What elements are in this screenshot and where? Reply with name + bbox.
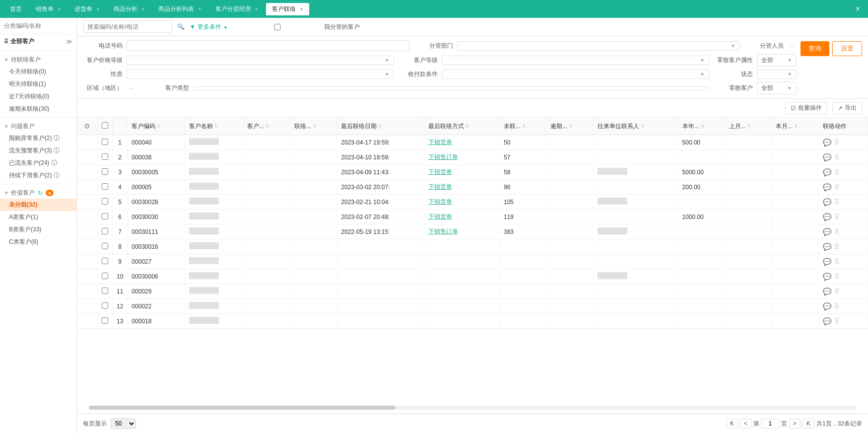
row-checkbox-1[interactable] — [102, 153, 108, 160]
row-checkbox-12[interactable] — [102, 317, 108, 324]
select-status[interactable]: ▼ — [757, 70, 797, 79]
row-apps-icon-10[interactable]: ⠿ — [834, 288, 839, 295]
row-apps-icon-12[interactable]: ⠿ — [834, 317, 839, 325]
row-checkbox-11[interactable] — [102, 302, 108, 309]
row-apps-icon-2[interactable]: ⠿ — [834, 168, 839, 176]
sidebar-item-churn-warning[interactable]: 流失预警客户(3) ⓘ — [0, 144, 76, 157]
row-checkbox-8[interactable] — [102, 258, 108, 264]
close-purchase-icon[interactable]: × — [96, 6, 99, 12]
sort-unit-icon[interactable]: ⇅ — [641, 124, 645, 129]
row-checkbox-9[interactable] — [102, 273, 108, 279]
close-customer-contact-icon[interactable]: × — [300, 6, 303, 12]
row-lastway-link-3[interactable]: 下销货单 — [428, 183, 452, 190]
select-dept[interactable]: ▼ — [457, 41, 740, 51]
select-level[interactable]: ▼ — [442, 56, 709, 65]
row-checkbox-4[interactable] — [102, 198, 108, 205]
row-apps-icon-9[interactable]: ⠿ — [834, 273, 839, 281]
row-lastway-link-5[interactable]: 下销货单 — [428, 213, 452, 220]
sort-overdue-icon[interactable]: ⇅ — [569, 124, 573, 129]
prev-page-btn[interactable]: < — [740, 419, 751, 429]
page-number-input[interactable] — [761, 419, 779, 429]
row-apps-icon-4[interactable]: ⠿ — [834, 198, 839, 206]
sort-lastdate-icon[interactable]: ⇅ — [378, 124, 382, 129]
region-dots-btn[interactable]: ··· — [127, 85, 135, 92]
batch-ops-btn[interactable]: ☑ 批量操作 — [785, 102, 827, 114]
row-apps-icon-8[interactable]: ⠿ — [834, 258, 839, 266]
row-checkbox-2[interactable] — [102, 168, 108, 175]
row-chat-icon-6[interactable]: 💬 — [823, 228, 831, 236]
manager-dots-btn[interactable]: ··· — [788, 42, 797, 49]
last-page-btn[interactable]: K — [802, 419, 814, 429]
row-checkbox-6[interactable] — [102, 228, 108, 234]
row-apps-icon-3[interactable]: ⠿ — [834, 183, 839, 191]
select-price-level[interactable]: ▼ — [127, 56, 394, 65]
row-chat-icon-8[interactable]: 💬 — [823, 258, 831, 266]
input-phone[interactable] — [127, 40, 409, 51]
sort-name-icon[interactable]: ⇅ — [214, 124, 218, 129]
nav-tab-analysis-list[interactable]: 商品分析列表 × — [152, 3, 207, 15]
row-apps-icon-7[interactable]: ⠿ — [834, 243, 839, 251]
row-chat-icon-3[interactable]: 💬 — [823, 183, 831, 191]
row-chat-icon-2[interactable]: 💬 — [823, 168, 831, 176]
select-retail-attr[interactable]: 全部 ▼ — [757, 54, 797, 67]
row-checkbox-0[interactable] — [102, 139, 108, 145]
sidebar-item-today[interactable]: 今天待联络(0) — [0, 66, 76, 78]
close-analysis-list-icon[interactable]: × — [198, 6, 201, 12]
sort-code-icon[interactable]: ⇅ — [157, 124, 161, 129]
sidebar-item-churned[interactable]: 已流失客户(24) ⓘ — [0, 157, 76, 169]
first-page-btn[interactable]: K — [726, 419, 738, 429]
sidebar-item-class-b[interactable]: B类客户(33) — [0, 223, 76, 236]
scrollbar-track[interactable] — [89, 406, 856, 410]
nav-tab-sales[interactable]: 销售单 × — [30, 3, 67, 15]
nav-tab-analysis[interactable]: 商品分析 × — [108, 3, 150, 15]
sort-lastway-icon[interactable]: ⇅ — [466, 124, 469, 129]
my-customers-checkbox[interactable] — [233, 24, 322, 30]
close-customer-mgmt-icon[interactable]: × — [255, 6, 258, 12]
close-sales-icon[interactable]: × — [58, 6, 61, 12]
reset-button[interactable]: 设置 — [832, 41, 862, 56]
all-customers-header[interactable]: ⠿ 全部客户 ≫ — [0, 34, 76, 49]
close-all-btn[interactable]: × — [852, 4, 864, 13]
nav-tab-home[interactable]: 首页 — [4, 3, 28, 15]
sidebar-item-tomorrow[interactable]: 明天待联络(1) — [0, 78, 76, 90]
search-input[interactable] — [83, 21, 172, 33]
row-checkbox-5[interactable] — [102, 213, 108, 219]
row-chat-icon-4[interactable]: 💬 — [823, 198, 831, 206]
sidebar-item-class-c[interactable]: C类客户(6) — [0, 236, 76, 248]
row-chat-icon-5[interactable]: 💬 — [823, 213, 831, 221]
sort-uncontacted-icon[interactable]: ⇅ — [522, 124, 526, 129]
row-chat-icon-1[interactable]: 💬 — [823, 153, 831, 161]
sort-year-icon[interactable]: ⇅ — [701, 124, 705, 129]
select-type[interactable] — [193, 86, 709, 90]
sort-month-icon[interactable]: ⇅ — [794, 124, 798, 129]
nav-tab-purchase[interactable]: 进货单 × — [68, 3, 105, 15]
row-lastway-link-6[interactable]: 下销售订单 — [428, 228, 458, 235]
nav-tab-customer-contact[interactable]: 客户联络 × — [266, 3, 309, 15]
row-chat-icon-9[interactable]: 💬 — [823, 273, 831, 281]
collapse-icon[interactable]: ≫ — [66, 38, 72, 45]
row-checkbox-7[interactable] — [102, 243, 108, 249]
sidebar-item-declining[interactable]: 持续下滑客户(2) ⓘ — [0, 169, 76, 182]
per-page-select[interactable]: 50 100 200 — [111, 418, 136, 429]
scrollbar-thumb[interactable] — [89, 406, 396, 410]
row-apps-icon-5[interactable]: ⠿ — [834, 213, 839, 221]
sidebar-group-pending[interactable]: ▼ 待联络客户 — [0, 53, 76, 66]
more-conditions-btn[interactable]: ▼ 更多条件 ▲ — [190, 23, 228, 31]
row-lastway-link-0[interactable]: 下销货单 — [428, 139, 452, 145]
my-customers-checkbox-container[interactable]: 我分管的客户 — [233, 23, 360, 31]
sidebar-item-class-a[interactable]: A类客户(1) — [0, 211, 76, 223]
select-payment[interactable]: ▼ — [442, 70, 709, 79]
close-analysis-icon[interactable]: × — [141, 6, 144, 12]
select-all-checkbox[interactable] — [102, 122, 108, 129]
sidebar-group-problem[interactable]: ▼ 问题客户 — [0, 120, 76, 132]
search-filter-icon[interactable]: 🔍 — [177, 23, 185, 30]
row-lastway-link-2[interactable]: 下销货单 — [428, 168, 452, 175]
sidebar-group-value[interactable]: ▼ 价值客户 ↻ ● — [0, 186, 76, 199]
sort-lmonth-icon[interactable]: ⇅ — [747, 124, 751, 129]
refresh-icon[interactable]: ↻ — [38, 190, 43, 197]
row-apps-icon-6[interactable]: ⠿ — [834, 228, 839, 236]
row-chat-icon-10[interactable]: 💬 — [823, 288, 831, 295]
row-checkbox-10[interactable] — [102, 288, 108, 294]
select-retail[interactable]: 全部 ▼ — [757, 82, 797, 94]
row-checkbox-3[interactable] — [102, 183, 108, 190]
